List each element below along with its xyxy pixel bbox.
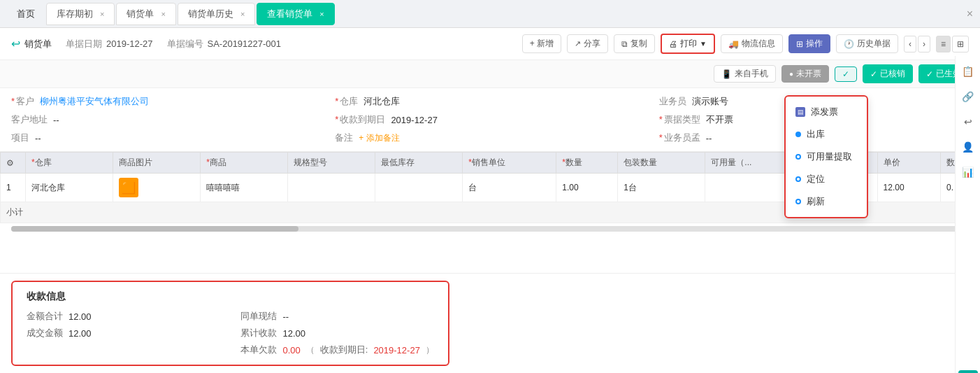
col-product: *商品 (201, 153, 288, 174)
ticket-type-label: 票据类型 (659, 113, 700, 126)
transaction-row: 成交金额 12.00 (27, 327, 219, 339)
copy-icon: ⧉ (621, 39, 628, 49)
customer-value[interactable]: 柳州粤港平安气体有限公司 (40, 95, 149, 108)
not-open-ticket-button[interactable]: ● 未开票 (781, 65, 829, 83)
col-image: 商品图片 (113, 153, 201, 174)
row-min-stock (375, 174, 463, 202)
check-button[interactable]: ✓ (835, 66, 857, 82)
payment-title: 收款信息 (27, 290, 434, 303)
doc-number-field: 单据编号 SA-20191227-001 (167, 38, 282, 50)
sidebar-doc-icon[interactable]: 📋 (958, 62, 978, 81)
project-label: 项目 (11, 132, 29, 144)
add-invoice-label: 添发票 (811, 106, 838, 118)
sidebar-return-icon[interactable]: ↩ (958, 112, 978, 132)
doc-number-value: SA-20191227-001 (208, 38, 282, 49)
operation-button[interactable]: ⊞ 操作 (788, 34, 830, 53)
view-btns: ≡ ⊞ (936, 36, 969, 52)
warehouse-value: 河北仓库 (363, 95, 400, 108)
check-icon: ✓ (842, 69, 849, 79)
tab-inventory-close[interactable]: × (100, 10, 104, 18)
tab-sales-close[interactable]: × (161, 10, 165, 18)
row-unit: 台 (463, 174, 556, 202)
row-product: 嘻嘻嘻嘻 (201, 174, 288, 202)
tab-sales[interactable]: 销货单 × (116, 3, 175, 25)
print-button[interactable]: 🖨 打印 ▼ (661, 34, 715, 54)
doc-date-label: 单据日期 (66, 38, 102, 50)
logistics-icon: 🚚 (728, 39, 739, 49)
cumulative-row: 累计收款 12.00 (240, 327, 433, 339)
scrollbar[interactable] (11, 226, 969, 232)
tab-view-sales-close[interactable]: × (319, 10, 324, 18)
project-field: 项目 -- (11, 132, 321, 144)
sidebar-expand-icon[interactable]: ⤢ (958, 370, 978, 373)
tab-inventory[interactable]: 库存期初 × (46, 3, 115, 25)
circle-icon: ● (789, 70, 793, 78)
tab-home[interactable]: 首页 (7, 3, 45, 25)
prev-button[interactable]: ‹ (904, 36, 916, 52)
sub-toolbar: 📱 来自手机 ● 未开票 ✓ ✓ 已核销 ✓ 已生效 (0, 60, 980, 88)
total-amount-row: 金额合计 12.00 (27, 310, 219, 323)
due-date-label: 收款到期日: (320, 344, 368, 356)
tab-home-label: 首页 (17, 8, 35, 20)
settings-icon[interactable]: ⚙ (6, 158, 14, 168)
copy-button[interactable]: ⧉ 复制 (614, 34, 655, 53)
logistics-button[interactable]: 🚚 物流信息 (721, 34, 783, 53)
refresh-item[interactable]: 刷新 (786, 190, 867, 213)
col-min-stock: 最低库存 (375, 153, 463, 174)
new-button[interactable]: + 新增 (522, 34, 561, 53)
out-stock-item[interactable]: 出库 (786, 123, 867, 146)
add-invoice-item[interactable]: ▤ 添发票 (786, 101, 867, 123)
address-label: 客户地址 (11, 113, 48, 126)
payment-box: 收款信息 金额合计 12.00 同单现结 -- 成交金额 12.00 (11, 281, 449, 366)
payment-date-label: 收款到期日 (335, 113, 385, 126)
phone-icon: 📱 (721, 69, 732, 79)
out-stock-label: 出库 (807, 128, 825, 141)
tab-bar: 首页 库存期初 × 销货单 × 销货单历史 × 查看销货单 × × (0, 0, 980, 28)
transaction-value: 12.00 (69, 328, 92, 339)
nav-arrows: ‹ › (904, 36, 930, 52)
row-spec (288, 174, 375, 202)
refresh-label: 刷新 (807, 195, 825, 208)
share-button[interactable]: ↗ 分享 (567, 34, 608, 53)
tab-sales-history-label: 销货单历史 (188, 8, 233, 20)
col-warehouse: *仓库 (26, 153, 113, 174)
next-button[interactable]: › (918, 36, 930, 52)
tab-view-sales[interactable]: 查看销货单 × (257, 3, 334, 25)
print-icon: 🖨 (669, 39, 677, 49)
tab-sales-history[interactable]: 销货单历史 × (178, 3, 255, 25)
staff-value: 演示账号 (692, 95, 728, 108)
position-item[interactable]: 定位 (786, 168, 867, 190)
sidebar-user-icon[interactable]: 👤 (958, 137, 978, 157)
list-view-button[interactable]: ≡ (936, 36, 951, 52)
doc-actions: + 新增 ↗ 分享 ⧉ 复制 🖨 打印 ▼ 🚚 物流信息 (522, 34, 969, 54)
same-order-row: 同单现结 -- (240, 310, 433, 323)
verified-button[interactable]: ✓ 已核销 (863, 64, 913, 83)
available-qty-item[interactable]: 可用量提取 (786, 146, 867, 168)
sidebar-link-icon[interactable]: 🔗 (958, 87, 978, 106)
tab-bar-close[interactable]: × (967, 8, 973, 20)
out-stock-icon (795, 132, 801, 137)
scroll-area[interactable] (0, 223, 980, 234)
ticket-type-value: 不开票 (706, 113, 733, 126)
payment-date-value: 2019-12-27 (391, 115, 438, 125)
customer-field: 客户 柳州粤港平安气体有限公司 (11, 95, 321, 108)
customer-label: 客户 (11, 95, 34, 108)
history-button[interactable]: 🕐 历史单据 (836, 34, 898, 53)
arrears-close: ） (426, 344, 434, 356)
doc-meta: 单据日期 2019-12-27 单据编号 SA-20191227-001 (66, 38, 281, 50)
add-invoice-icon: ▤ (795, 107, 805, 117)
doc-title-text: 销货单 (24, 38, 52, 50)
sales-order-icon: ↩ (11, 37, 20, 50)
print-dropdown-icon: ▼ (700, 40, 707, 48)
tab-sales-history-close[interactable]: × (240, 10, 245, 18)
note-label: 备注 (335, 132, 353, 144)
right-sidebar: 📋 🔗 ↩ 👤 📊 ⤢ (955, 56, 980, 373)
doc-number-label: 单据编号 (167, 38, 203, 50)
sidebar-chart-icon[interactable]: 📊 (958, 162, 978, 182)
from-phone-button[interactable]: 📱 来自手机 (714, 65, 776, 83)
bottom-area: 收款信息 金额合计 12.00 同单现结 -- 成交金额 12.00 (0, 273, 980, 373)
history-icon: 🕐 (844, 39, 854, 49)
available-qty-label: 可用量提取 (807, 150, 852, 163)
add-note-button[interactable]: + 添加备注 (359, 132, 399, 144)
grid-view-button[interactable]: ⊞ (952, 36, 969, 52)
